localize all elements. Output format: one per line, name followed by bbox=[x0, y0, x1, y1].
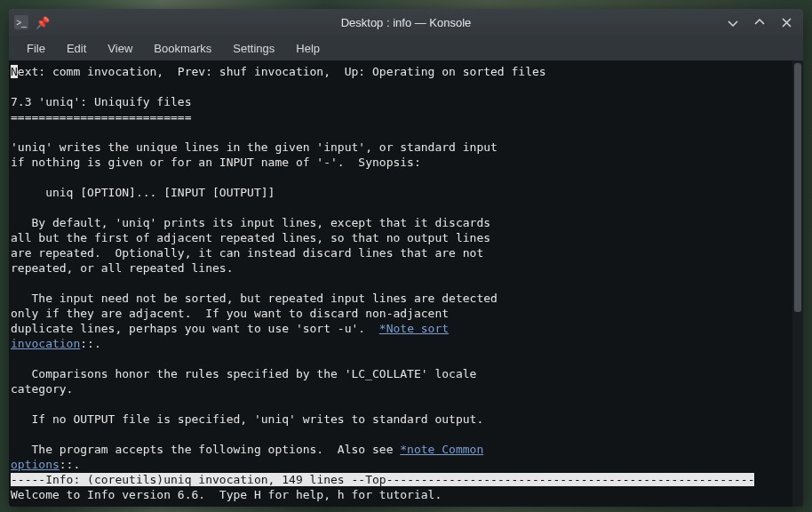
menu-bookmarks[interactable]: Bookmarks bbox=[145, 38, 220, 59]
info-status-line: -----Info: (coreutils)uniq invocation, 1… bbox=[11, 473, 754, 486]
titlebar-left: >_ 📌 bbox=[14, 15, 50, 29]
terminal-content[interactable]: Next: comm invocation, Prev: shuf invoca… bbox=[9, 60, 792, 507]
synopsis-line: uniq [OPTION]... [INPUT [OUTPUT]] bbox=[11, 186, 275, 199]
para-line: duplicate lines, perhaps you want to use… bbox=[11, 322, 379, 335]
info-welcome-line: Welcome to Info version 6.6. Type H for … bbox=[11, 488, 442, 501]
info-link-sort[interactable]: invocation bbox=[11, 337, 80, 350]
section-underline: ========================== bbox=[11, 110, 192, 124]
para-line: If no OUTPUT file is specified, 'uniq' w… bbox=[11, 412, 483, 426]
info-link-common[interactable]: options bbox=[11, 458, 60, 471]
para-line: Comparisons honor the rules specified by… bbox=[11, 367, 476, 380]
menu-file[interactable]: File bbox=[18, 38, 54, 59]
menu-settings[interactable]: Settings bbox=[224, 38, 283, 59]
menu-view[interactable]: View bbox=[99, 38, 141, 59]
konsole-window: >_ 📌 Desktop : info — Konsole File Edit … bbox=[9, 9, 803, 507]
para-line: all but the first of adjacent repeated l… bbox=[11, 231, 490, 244]
window-title: Desktop : info — Konsole bbox=[341, 16, 472, 29]
menu-help[interactable]: Help bbox=[287, 38, 329, 59]
pin-icon[interactable]: 📌 bbox=[36, 15, 50, 29]
menu-edit[interactable]: Edit bbox=[58, 38, 95, 59]
cursor: N bbox=[11, 65, 18, 78]
scrollbar-thumb[interactable] bbox=[794, 63, 801, 312]
scrollbar[interactable] bbox=[792, 60, 803, 507]
para-line: The program accepts the following option… bbox=[11, 443, 400, 456]
para-line: if nothing is given or for an INPUT name… bbox=[11, 156, 421, 169]
para-line: ::. bbox=[80, 337, 100, 350]
menubar: File Edit View Bookmarks Settings Help bbox=[9, 36, 803, 60]
app-icon: >_ bbox=[14, 15, 28, 29]
info-link-sort[interactable]: *Note sort bbox=[379, 322, 449, 335]
nav-line: ext: comm invocation, Prev: shuf invocat… bbox=[18, 65, 546, 78]
info-link-common[interactable]: *note Common bbox=[400, 443, 483, 456]
para-line: 'uniq' writes the unique lines in the gi… bbox=[11, 140, 498, 154]
section-heading: 7.3 'uniq': Uniquify files bbox=[11, 95, 192, 108]
close-button[interactable] bbox=[778, 14, 794, 30]
minimize-button[interactable] bbox=[725, 14, 741, 30]
para-line: repeated, or all repeated lines. bbox=[11, 261, 233, 275]
para-line: only if they are adjacent. If you want t… bbox=[11, 307, 449, 320]
para-line: By default, 'uniq' prints its input line… bbox=[11, 216, 490, 229]
titlebar[interactable]: >_ 📌 Desktop : info — Konsole bbox=[9, 9, 803, 36]
window-controls bbox=[725, 14, 798, 30]
maximize-button[interactable] bbox=[752, 14, 768, 30]
para-line: are repeated. Optionally, it can instead… bbox=[11, 246, 483, 260]
para-line: The input need not be sorted, but repeat… bbox=[11, 292, 498, 305]
terminal-area: Next: comm invocation, Prev: shuf invoca… bbox=[9, 60, 803, 507]
para-line: category. bbox=[11, 382, 73, 396]
para-line: ::. bbox=[60, 458, 80, 471]
